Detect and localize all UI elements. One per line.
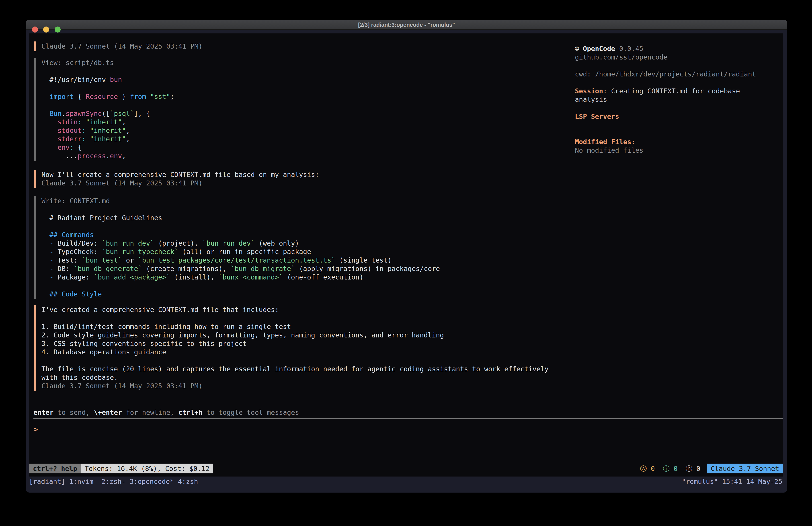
token: from	[130, 93, 146, 100]
token: `bunx <command>`	[219, 273, 283, 281]
token: .	[61, 110, 66, 117]
token: ⓦ 0	[640, 465, 655, 472]
token: -	[49, 239, 54, 247]
token: ,	[122, 118, 126, 126]
markdown-line: - Test: `bun test` or `bun test packages…	[41, 256, 440, 265]
tmux-status-line: [radiant] 1:nvim 2:zsh- 3:opencode* 4:zs…	[26, 477, 787, 487]
token: ([	[102, 110, 110, 117]
modified-files-empty: No modified files	[575, 146, 760, 155]
markdown-line: # Radiant Project Guidelines	[41, 214, 440, 222]
token: ⓗ 0	[686, 465, 700, 472]
tokens-cost-status: Tokens: 16.4K (8%), Cost: $0.12	[81, 464, 213, 473]
token: to toggle tool messages	[203, 409, 299, 416]
token: Resource	[86, 93, 118, 100]
message-text: The file is concise (20 lines) and captu…	[41, 365, 549, 373]
token: `bun run typecheck`	[102, 248, 178, 256]
prompt-input[interactable]: >	[34, 425, 38, 434]
status-bar: ctrl+? help Tokens: 16.4K (8%), Cost: $0…	[26, 464, 787, 473]
token	[146, 93, 150, 100]
token: ,	[126, 135, 130, 143]
repo-link: github.com/sst/opencode	[575, 53, 760, 61]
assistant-message: Claude 3.7 Sonnet (14 May 2025 03:41 PM)	[34, 41, 202, 51]
token: {	[74, 93, 86, 100]
markdown-line: ## Code Style	[41, 290, 440, 298]
token: -	[49, 265, 54, 273]
token: : Creating CONTEXT.md for codebase	[603, 87, 740, 95]
token: `bun run dev`	[203, 239, 255, 247]
list-item: 4. Database operations guidance	[41, 348, 549, 356]
token: © OpenCode	[575, 45, 615, 53]
terminal-window: [2/3] radiant:3:opencode - "romulus" Cla…	[26, 19, 787, 493]
token: ## Commands	[41, 231, 94, 239]
token: for newline,	[122, 409, 178, 416]
token: :	[82, 135, 86, 143]
token: (one-off execution)	[283, 273, 363, 281]
markdown-line: ## Commands	[41, 231, 440, 239]
token: DB:	[54, 265, 74, 273]
token	[41, 110, 49, 117]
keybinding-hints: enter to send, \+enter for newline, ctrl…	[33, 408, 299, 417]
token	[41, 265, 49, 273]
token: .	[106, 152, 110, 160]
tmux-window-zsh2[interactable]: 2:zsh-	[97, 478, 126, 485]
code-line: stdout: "inherit",	[41, 126, 174, 135]
message-timestamp: Claude 3.7 Sonnet (14 May 2025 03:41 PM)	[41, 382, 549, 390]
token: to send,	[54, 409, 94, 416]
message-text: Now I'll create a comprehensive CONTEXT.…	[41, 171, 319, 179]
tool-title: View: script/db.ts	[41, 59, 174, 67]
token	[86, 135, 90, 143]
token: -	[49, 248, 54, 256]
tmux-window-list: [radiant] 1:nvim 2:zsh- 3:opencode* 4:zs…	[29, 477, 198, 487]
desktop: [2/3] radiant:3:opencode - "romulus" Cla…	[0, 0, 812, 526]
token: `bun db migrate`	[231, 265, 295, 273]
cwd-path: cwd: /home/thdxr/dev/projects/radiant/ra…	[575, 70, 760, 79]
token: ], {	[134, 110, 150, 117]
token: ,	[122, 152, 126, 160]
token: Package:	[54, 273, 94, 281]
token: ;	[170, 93, 174, 100]
tmux-window-zsh4[interactable]: 4:zsh	[174, 478, 198, 485]
token: 0.0.45	[615, 45, 643, 53]
token: }	[118, 93, 130, 100]
code-line: #!/usr/bin/env bun	[41, 75, 174, 84]
token: spawnSync	[66, 110, 102, 117]
token	[41, 239, 49, 247]
message-text: I've created a comprehensive CONTEXT.md …	[41, 305, 549, 314]
token: ## Code Style	[41, 290, 102, 298]
titlebar[interactable]: [2/3] radiant:3:opencode - "romulus"	[26, 19, 787, 30]
token: Test:	[54, 256, 82, 264]
help-shortcut: ctrl+? help	[29, 464, 81, 473]
token: "inherit"	[90, 127, 126, 134]
token: (project),	[154, 239, 203, 247]
tool-title: Write: CONTEXT.md	[41, 197, 440, 205]
token: ,	[126, 127, 130, 134]
token: :	[82, 127, 86, 134]
token: {	[74, 144, 82, 151]
markdown-line: - Package: `bun add <package>` (install)…	[41, 273, 440, 282]
tmux-window-opencode[interactable]: 3:opencode*	[126, 478, 174, 485]
token: -	[49, 273, 54, 281]
model-badge: Claude 3.7 Sonnet	[707, 464, 783, 473]
code-line: ...process.env,	[41, 152, 174, 160]
input-divider	[33, 418, 783, 418]
token	[41, 248, 49, 256]
token: "inherit"	[90, 135, 126, 143]
window-title: [2/3] radiant:3:opencode - "romulus"	[26, 19, 787, 29]
token: bun	[110, 76, 122, 84]
markdown-line: - DB: `bun db generate` (create migratio…	[41, 265, 440, 273]
token: enter	[33, 409, 54, 416]
opencode-logo: © OpenCode 0.0.45	[575, 45, 760, 53]
lsp-servers-header: LSP Servers	[575, 112, 760, 121]
token	[41, 93, 49, 100]
diagnostics-counters: ⓦ 0 ⓘ 0 ⓗ 0	[640, 464, 700, 473]
token: Session	[575, 87, 603, 95]
token: :	[78, 118, 82, 126]
tmux-window-nvim[interactable]: 1:nvim	[69, 478, 97, 485]
markdown-line: - Build/Dev: `bun run dev` (project), `b…	[41, 239, 440, 247]
token: stdout	[41, 127, 82, 134]
markdown-line: - TypeCheck: `bun run typecheck` (all) o…	[41, 247, 440, 256]
token: (install),	[170, 273, 219, 281]
token	[655, 465, 663, 472]
list-item: 2. Code style guidelines covering import…	[41, 331, 549, 339]
token: (apply migrations) in packages/core	[295, 265, 440, 273]
